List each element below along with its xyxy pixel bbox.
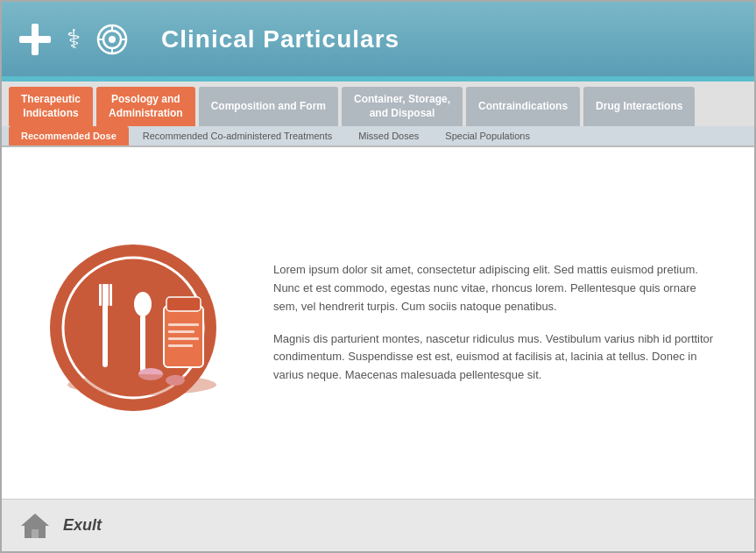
- page-title: Clinical Particulars: [161, 25, 399, 53]
- image-section: [28, 165, 256, 481]
- subtab-special-populations[interactable]: Special Populations: [433, 126, 542, 145]
- svg-point-2: [109, 36, 116, 43]
- tab-posology[interactable]: Posology andAdministration: [96, 87, 195, 126]
- svg-rect-13: [110, 284, 112, 306]
- svg-rect-14: [140, 315, 145, 376]
- header: ⚕ Clinical Particulars: [2, 2, 754, 76]
- brand-label: Exult: [63, 516, 102, 535]
- paragraph-1: Lorem ipsum dolor sit amet, consectetur …: [273, 261, 719, 315]
- svg-rect-17: [166, 297, 201, 311]
- svg-rect-19: [168, 330, 194, 333]
- subtab-missed-doses[interactable]: Missed Doses: [346, 126, 431, 145]
- sub-nav: Recommended Dose Recommended Co-administ…: [2, 126, 754, 147]
- svg-rect-18: [168, 323, 199, 326]
- caduceus-icon: ⚕: [67, 24, 81, 54]
- svg-rect-21: [168, 344, 193, 347]
- target-icon: [96, 24, 128, 55]
- paragraph-2: Magnis dis parturient montes, nascetur r…: [273, 330, 719, 385]
- svg-point-24: [67, 374, 216, 395]
- svg-rect-16: [164, 306, 203, 367]
- main-nav: TherapeuticIndications Posology andAdmin…: [2, 82, 754, 126]
- svg-rect-10: [99, 284, 102, 306]
- svg-rect-11: [102, 284, 105, 306]
- content-area: Lorem ipsum dolor sit amet, consectetur …: [2, 147, 754, 499]
- svg-point-15: [134, 292, 152, 316]
- tab-composition[interactable]: Composition and Form: [199, 87, 338, 126]
- tab-container[interactable]: Container, Storage,and Disposal: [342, 87, 463, 126]
- cross-icon: [19, 24, 51, 55]
- tab-contraindications[interactable]: Contraindications: [466, 87, 580, 126]
- tab-drug-interactions[interactable]: Drug Interactions: [583, 87, 695, 126]
- subtab-co-administered[interactable]: Recommended Co-administered Treatments: [131, 126, 344, 145]
- tab-therapeutic-indications[interactable]: TherapeuticIndications: [9, 87, 93, 126]
- text-section: Lorem ipsum dolor sit amet, consectetur …: [273, 165, 728, 481]
- svg-rect-12: [106, 284, 109, 306]
- meal-illustration: [37, 227, 247, 420]
- footer: Exult: [2, 499, 754, 551]
- svg-rect-26: [32, 529, 39, 538]
- svg-rect-20: [168, 337, 199, 340]
- home-icon: [19, 510, 51, 542]
- subtab-recommended-dose[interactable]: Recommended Dose: [9, 126, 129, 145]
